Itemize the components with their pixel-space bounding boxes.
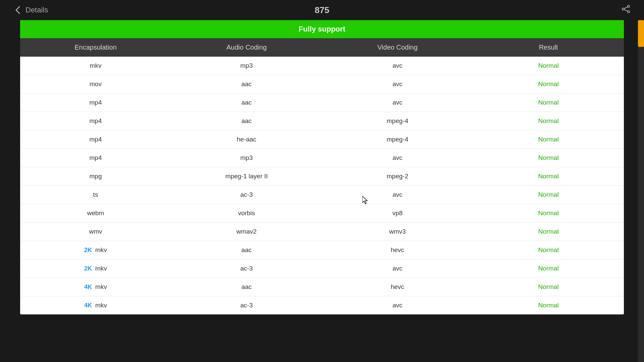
encapsulation-value: mp4 [90,154,102,162]
cell-video: mpeg-2 [322,173,473,180]
table-row: webm vorbis vp8 Normal [20,204,624,223]
cell-result: Normal [473,191,624,198]
cell-encapsulation: mp4 [20,136,171,143]
cell-result: Normal [473,136,624,143]
table-row: 2K mkv ac-3 avc Normal [20,259,624,278]
cell-encapsulation: 4K mkv [20,302,171,309]
table-row: mkv mp3 avc Normal [20,57,624,75]
share-button[interactable] [621,4,631,16]
encapsulation-value: mpg [90,173,102,180]
cell-result: Normal [473,283,624,291]
encapsulation-value: mov [90,80,102,88]
cell-video: avc [322,80,473,88]
cell-video: avc [322,99,473,106]
cell-video: avc [322,265,473,272]
encapsulation-value: ts [93,191,98,198]
badge-4k: 4K [84,302,92,309]
table-row: mp4 aac mpeg-4 Normal [20,112,624,130]
back-label: Details [25,6,48,14]
cell-video: vp8 [322,209,473,217]
table-row: mov aac avc Normal [20,75,624,94]
top-bar: Details 875 [0,0,644,20]
cell-video: avc [322,62,473,69]
cell-encapsulation: ts [20,191,171,198]
header-result: Result [473,44,624,51]
svg-point-2 [628,11,630,13]
encapsulation-value: mp4 [90,136,102,143]
cell-encapsulation: mpg [20,173,171,180]
cell-result: Normal [473,62,624,69]
cell-audio: ac-3 [171,302,322,309]
cell-encapsulation: 2K mkv [20,265,171,272]
cell-video: mpeg-4 [322,136,473,143]
cell-video: avc [322,154,473,162]
cell-audio: aac [171,246,322,254]
table-row: 4K mkv ac-3 avc Normal [20,296,624,314]
svg-line-4 [624,10,628,11]
encapsulation-value: mkv [90,62,102,69]
cell-encapsulation: wmv [20,228,171,235]
cell-audio: he-aac [171,136,322,143]
cell-result: Normal [473,302,624,309]
svg-line-3 [624,7,628,9]
cell-encapsulation: webm [20,209,171,217]
cell-audio: mp3 [171,62,322,69]
cell-audio: vorbis [171,209,322,217]
badge-2k: 2K [84,265,92,272]
cell-audio: mpeg-1 layer II [171,173,322,180]
encapsulation-value: mkv [95,283,107,291]
cell-encapsulation: 4K mkv [20,283,171,291]
cell-result: Normal [473,209,624,217]
svg-point-1 [622,8,624,10]
cell-audio: aac [171,283,322,291]
badge-4k: 4K [84,284,92,291]
cell-result: Normal [473,265,624,272]
badge-2k: 2K [84,247,92,254]
cell-audio: aac [171,117,322,125]
table-body: mkv mp3 avc Normal mov aac avc Normal mp… [20,57,624,314]
cell-video: avc [322,191,473,198]
cell-encapsulation: 2K mkv [20,246,171,254]
cell-audio: ac-3 [171,191,322,198]
table-row: mp4 he-aac mpeg-4 Normal [20,130,624,149]
encapsulation-value: webm [87,209,104,217]
cell-video: avc [322,302,473,309]
back-button[interactable]: Details [13,5,48,15]
encapsulation-value: mkv [95,302,107,309]
cell-video: hevc [322,283,473,291]
cell-result: Normal [473,228,624,235]
cell-audio: ac-3 [171,265,322,272]
header-audio: Audio Coding [171,44,322,51]
cell-result: Normal [473,173,624,180]
table-row: 2K mkv aac hevc Normal [20,241,624,259]
cell-audio: aac [171,99,322,106]
support-banner: Fully support [20,20,624,38]
table-row: mp4 mp3 avc Normal [20,149,624,167]
cell-encapsulation: mp4 [20,99,171,106]
cell-result: Normal [473,154,624,162]
cell-encapsulation: mp4 [20,154,171,162]
encapsulation-value: mkv [95,265,107,272]
cell-result: Normal [473,117,624,125]
cell-encapsulation: mov [20,80,171,88]
table-row: ts ac-3 avc Normal [20,186,624,204]
cell-encapsulation: mkv [20,62,171,69]
cell-audio: wmav2 [171,228,322,235]
header-encapsulation: Encapsulation [20,44,171,51]
cell-result: Normal [473,246,624,254]
scrollbar-thumb[interactable] [638,20,644,47]
cell-result: Normal [473,80,624,88]
cell-audio: aac [171,80,322,88]
encapsulation-value: mp4 [90,99,102,106]
encapsulation-value: mp4 [90,117,102,125]
cell-video: mpeg-4 [322,117,473,125]
cell-encapsulation: mp4 [20,117,171,125]
cell-video: hevc [322,246,473,254]
table-row: mp4 aac avc Normal [20,94,624,112]
page-number: 875 [315,5,329,15]
header-video: Video Coding [322,44,473,51]
table-row: mpg mpeg-1 layer II mpeg-2 Normal [20,167,624,186]
share-icon [621,4,631,14]
table-row: 4K mkv aac hevc Normal [20,278,624,296]
scrollbar[interactable] [638,20,644,362]
